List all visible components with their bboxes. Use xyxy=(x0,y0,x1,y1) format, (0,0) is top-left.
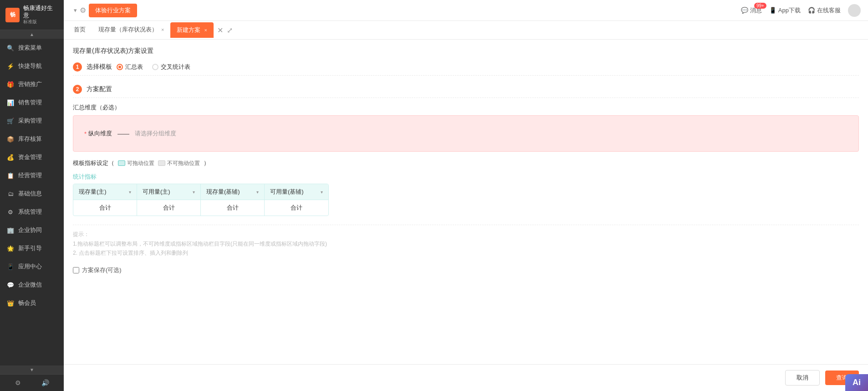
radio-cross[interactable]: 交叉统计表 xyxy=(152,63,190,71)
tab-inventory-close[interactable]: × xyxy=(161,27,164,32)
radio-cross-dot xyxy=(152,64,158,70)
save-checkbox[interactable] xyxy=(73,267,79,273)
footer: 取消 查询 xyxy=(64,364,868,391)
sidebar-scroll-up[interactable]: ▲ xyxy=(0,30,64,39)
sidebar-item-enterprise-wechat[interactable]: 💬 企业微信 xyxy=(0,276,64,294)
sidebar-item-label-search: 搜索菜单 xyxy=(18,44,42,52)
sidebar-item-label-wechat: 企业微信 xyxy=(18,281,42,289)
tab-home[interactable]: 首页 xyxy=(67,21,92,39)
message-icon: 💬 xyxy=(741,7,748,14)
stat-col-chevron-2[interactable]: ▾ xyxy=(256,190,259,195)
window-controls: ✕ ⤢ xyxy=(217,26,233,35)
sidebar-item-finance[interactable]: 💰 资金管理 xyxy=(0,148,64,166)
sidebar-item-system[interactable]: ⚙ 系统管理 xyxy=(0,203,64,221)
legend-draggable-label: 可拖动位置 xyxy=(127,159,154,167)
dimension-placeholder[interactable]: 请选择分组维度 xyxy=(135,129,176,138)
stat-col-chevron-3[interactable]: ▾ xyxy=(321,190,323,195)
save-section: 方案保存(可选) xyxy=(73,266,859,274)
sidebar-item-marketing[interactable]: 🎁 营销推广 xyxy=(0,75,64,93)
tab-inventory-label: 现存量（库存状况表） xyxy=(98,26,158,34)
stat-col-label-2: 现存量(基辅) xyxy=(206,188,240,196)
sidebar-item-newbie[interactable]: 🌟 新手引导 xyxy=(0,239,64,257)
sidebar-item-sales[interactable]: 📊 销售管理 xyxy=(0,93,64,112)
sidebar-item-label-operation: 经营管理 xyxy=(18,171,42,180)
tips-item-1: 2. 点击标题栏下拉可设置排序、插入列和删除列 xyxy=(73,249,859,257)
stat-col-header-3: 可用量(基辅) ▾ xyxy=(265,184,328,200)
step1-title: 选择模板 xyxy=(87,63,112,71)
tab-new-plan[interactable]: 新建方案 × xyxy=(170,22,213,38)
app-download-icon: 📱 xyxy=(769,7,776,14)
ai-badge[interactable]: Ai xyxy=(845,374,868,391)
sound-bottom-icon[interactable]: 🔊 xyxy=(41,379,49,386)
enterprise-wechat-icon: 💬 xyxy=(6,281,15,289)
dimension-label: 汇总维度（必选） xyxy=(73,103,859,112)
stat-col-header-1: 可用量(主) ▾ xyxy=(137,184,201,200)
sidebar-item-label-inventory: 库存核算 xyxy=(18,135,42,143)
sidebar-nav: 🔍 搜索菜单 ⚡ 快捷导航 🎁 营销推广 📊 销售管理 🛒 采购管理 📦 库存核… xyxy=(0,39,64,365)
sidebar-item-quick-nav[interactable]: ⚡ 快捷导航 xyxy=(0,57,64,75)
user-avatar[interactable] xyxy=(848,4,861,17)
save-label: 方案保存(可选) xyxy=(82,266,122,274)
step1-section: 1 选择模板 汇总表 交叉统计表 xyxy=(73,62,859,76)
trial-plan-button[interactable]: 体验行业方案 xyxy=(89,4,137,17)
sidebar-item-search-menu[interactable]: 🔍 搜索菜单 xyxy=(0,39,64,57)
indicator-settings: 模板指标设定（ 可拖动位置 不可拖动位置 ） xyxy=(73,159,859,167)
app-logo-icon: 畅 xyxy=(5,8,20,22)
close-panel-icon[interactable]: ✕ xyxy=(217,26,223,35)
dimension-box: * 纵向维度 —— 请选择分组维度 xyxy=(73,115,859,152)
app-name: 畅康通好生意 xyxy=(23,5,58,19)
stats-section: 统计指标 现存量(主) ▾ 可用量(主) ▾ xyxy=(73,173,859,217)
sidebar-item-app-center[interactable]: 📱 应用中心 xyxy=(0,257,64,276)
legend-fixed-box xyxy=(158,160,165,166)
purchase-icon: 🛒 xyxy=(6,117,15,125)
sidebar-item-label-enterprise: 企业协同 xyxy=(18,226,42,234)
main-area: ▾ ⚙ 体验行业方案 💬 消息 99+ 📱 App下载 🎧 在线客服 首页 xyxy=(64,0,868,391)
app-download-button[interactable]: 📱 App下载 xyxy=(769,6,801,15)
marketing-icon: 🎁 xyxy=(6,80,15,88)
stat-col-chevron-1[interactable]: ▾ xyxy=(193,190,195,195)
expand-panel-icon[interactable]: ⤢ xyxy=(227,26,233,35)
stats-table-header: 现存量(主) ▾ 可用量(主) ▾ 现存量(基辅) ▾ xyxy=(73,184,328,200)
sidebar-item-enterprise[interactable]: 🏢 企业协同 xyxy=(0,221,64,239)
sidebar-item-inventory[interactable]: 📦 库存核算 xyxy=(0,130,64,148)
sidebar-bottom: ⚙ 🔊 xyxy=(0,374,64,391)
sidebar-item-base-info[interactable]: 🗂 基础信息 xyxy=(0,185,64,203)
sidebar-item-label-system: 系统管理 xyxy=(18,208,42,216)
dimension-section: 汇总维度（必选） * 纵向维度 —— 请选择分组维度 xyxy=(73,103,859,152)
cancel-button[interactable]: 取消 xyxy=(785,370,820,386)
topbar-settings-icon[interactable]: ⚙ xyxy=(80,6,86,15)
app-edition: 标准版 xyxy=(23,19,58,25)
sidebar-item-member[interactable]: 👑 畅会员 xyxy=(0,294,64,312)
tab-new-plan-close[interactable]: × xyxy=(204,27,207,33)
topbar-right: 💬 消息 99+ 📱 App下载 🎧 在线客服 xyxy=(741,4,861,17)
radio-summary[interactable]: 汇总表 xyxy=(117,63,143,71)
finance-icon: 💰 xyxy=(6,153,15,161)
sidebar-item-purchase[interactable]: 🛒 采购管理 xyxy=(0,112,64,130)
tab-inventory-status[interactable]: 现存量（库存状况表） × xyxy=(92,21,170,39)
sidebar-item-label-newbie: 新手引导 xyxy=(18,244,42,252)
sidebar-item-label-finance: 资金管理 xyxy=(18,153,42,161)
message-badge: 99+ xyxy=(754,3,766,9)
tips-section: 提示： 1.拖动标题栏可以调整布局，不可跨维度或指标区域拖动栏目字段(只能在同一… xyxy=(73,225,859,257)
online-service-button[interactable]: 🎧 在线客服 xyxy=(808,6,841,15)
topbar-dropdown-icon[interactable]: ▾ xyxy=(74,7,77,14)
sidebar-item-label-app-center: 应用中心 xyxy=(18,262,42,271)
sidebar-item-label-member: 畅会员 xyxy=(18,299,36,307)
template-radio-group: 汇总表 交叉统计表 xyxy=(117,63,190,71)
step2-header: 2 方案配置 xyxy=(73,85,859,98)
dimension-required-mark: * xyxy=(84,130,87,137)
sidebar-item-label-sales: 销售管理 xyxy=(18,98,42,107)
sidebar-item-operation[interactable]: 📋 经营管理 xyxy=(0,166,64,185)
settings-bottom-icon[interactable]: ⚙ xyxy=(15,379,21,386)
legend-fixed: 不可拖动位置 xyxy=(158,159,200,167)
base-info-icon: 🗂 xyxy=(6,190,15,198)
radio-summary-dot xyxy=(117,64,123,70)
step2-badge: 2 xyxy=(73,85,82,94)
message-button[interactable]: 💬 消息 99+ xyxy=(741,6,762,15)
tab-new-plan-label: 新建方案 xyxy=(177,26,200,34)
stat-col-header-0: 现存量(主) ▾ xyxy=(73,184,137,200)
dimension-separator: —— xyxy=(117,130,129,137)
tab-bar: 首页 现存量（库存状况表） × 新建方案 × ✕ ⤢ xyxy=(64,21,868,40)
sidebar-scroll-down[interactable]: ▼ xyxy=(0,365,64,374)
stat-col-chevron-0[interactable]: ▾ xyxy=(129,190,131,195)
